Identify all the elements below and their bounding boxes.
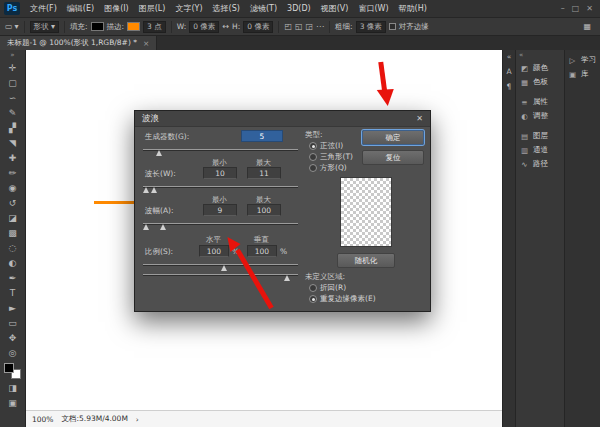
generators-field[interactable]: 5 (241, 130, 283, 142)
foreground-color-swatch[interactable] (4, 363, 14, 373)
document-tabbar: 未标题-1 @ 100%(形状 1,RGB/8#) * × (0, 36, 600, 50)
maximize-icon[interactable]: □ (572, 4, 580, 13)
path-alignment-icon[interactable]: ◱ (295, 22, 303, 31)
radio-wrap-around[interactable]: 折回(R) (309, 283, 346, 293)
healing-brush-tool[interactable]: ✚ (2, 150, 24, 165)
dock-collapse-icon[interactable]: « (516, 51, 564, 61)
link-dimensions-icon[interactable]: ↔ (222, 22, 229, 31)
menu-layer[interactable]: 图层(L) (134, 3, 171, 14)
toolbox-expand-icon[interactable]: » (10, 51, 14, 60)
divider (24, 21, 25, 33)
radio-triangle[interactable]: 三角形(T) (309, 152, 353, 162)
dock-panel-learn[interactable]: ▷ 学习 (565, 53, 600, 67)
quick-mask-button[interactable]: ◨ (2, 380, 24, 395)
marquee-tool[interactable]: ▢ (2, 75, 24, 90)
clone-stamp-tool[interactable]: ◉ (2, 180, 24, 195)
randomize-button[interactable]: 随机化 (337, 253, 395, 268)
menu-filter[interactable]: 滤镜(T) (245, 3, 282, 14)
screen-mode-button[interactable]: ▣ (2, 395, 24, 410)
generators-slider[interactable] (143, 148, 298, 157)
pen-tool[interactable]: ✒ (2, 270, 24, 285)
menu-view[interactable]: 视图(V) (316, 3, 354, 14)
blur-tool[interactable]: ◌ (2, 240, 24, 255)
dock-panel-layers[interactable]: ▤ 图层 (516, 129, 564, 143)
wavelength-max-field[interactable]: 11 (247, 167, 281, 179)
tool-mode-select[interactable]: 形状 ▾ (30, 21, 59, 33)
dock-panel-properties[interactable]: ≡ 属性 (516, 95, 564, 109)
scale-horizontal-slider[interactable] (143, 263, 298, 272)
height-field[interactable]: 0 像素 (243, 21, 273, 33)
dock-panel-channels[interactable]: ▥ 通道 (516, 143, 564, 157)
character-panel-icon[interactable]: A (506, 67, 511, 76)
dialog-close-icon[interactable]: ✕ (416, 114, 423, 123)
scale-vertical-slider[interactable] (143, 273, 298, 282)
canvas[interactable]: 波浪 ✕ 生成器数(G): 5 最小 最大 波长(W): 10 11 (26, 50, 502, 410)
dodge-tool[interactable]: ◐ (2, 255, 24, 270)
menu-help[interactable]: 帮助(H) (394, 3, 432, 14)
document-tab[interactable]: 未标题-1 @ 100%(形状 1,RGB/8#) * × (0, 36, 157, 50)
dock-panel-swatches[interactable]: ▦ 色板 (516, 75, 564, 89)
dock-panel-libraries[interactable]: ▣ 库 (565, 67, 600, 81)
reset-button[interactable]: 复位 (362, 150, 424, 165)
menu-window[interactable]: 窗口(W) (353, 3, 393, 14)
path-arrangement-icon[interactable]: ◲ (306, 22, 314, 31)
eraser-tool[interactable]: ◪ (2, 210, 24, 225)
tab-close-icon[interactable]: × (143, 39, 149, 48)
amplitude-min-field[interactable]: 9 (203, 204, 237, 216)
divider (64, 21, 65, 33)
brush-tool[interactable]: ✏ (2, 165, 24, 180)
fill-swatch[interactable] (91, 22, 104, 31)
quick-selection-tool[interactable]: ✎ (2, 105, 24, 120)
align-edges-checkbox[interactable] (389, 23, 396, 30)
rectangle-tool[interactable]: ▭ (2, 315, 24, 330)
amplitude-slider[interactable] (143, 222, 298, 231)
scale-horizontal-field[interactable]: 100 (199, 245, 229, 257)
lasso-tool[interactable]: ∽ (2, 90, 24, 105)
dock-panel-color[interactable]: ◩ 颜色 (516, 61, 564, 75)
width-field[interactable]: 0 像素 (189, 21, 219, 33)
crop-tool[interactable]: ▞ (2, 120, 24, 135)
thickness-field[interactable]: 3 像素 (356, 21, 386, 33)
move-tool[interactable]: ✛ (2, 60, 24, 75)
hand-tool[interactable]: ✥ (2, 330, 24, 345)
ok-button[interactable]: 确定 (362, 130, 424, 145)
type-tool[interactable]: T (2, 285, 24, 300)
zoom-level[interactable]: 100% (32, 415, 53, 424)
stroke-swatch[interactable] (127, 22, 140, 31)
menu-image[interactable]: 图像(I) (99, 3, 134, 14)
wavelength-min-field[interactable]: 10 (203, 167, 237, 179)
close-window-icon[interactable]: ✕ (586, 4, 593, 13)
libraries-panel-icon: ▣ (567, 70, 578, 79)
zoom-tool[interactable]: ◎ (2, 345, 24, 360)
dialog-titlebar[interactable]: 波浪 ✕ (135, 111, 430, 127)
eyedropper-tool[interactable]: ◥ (2, 135, 24, 150)
more-options-icon[interactable]: ⋯ (316, 22, 324, 31)
annotation-arrow-down (377, 62, 394, 106)
scale-vertical-field[interactable]: 100 (247, 245, 277, 257)
amplitude-max-field[interactable]: 100 (247, 204, 281, 216)
dock-panel-adjustments[interactable]: ◐ 调整 (516, 109, 564, 123)
radio-sine[interactable]: 正弦(I) (309, 141, 343, 151)
tool-preset-picker[interactable]: ▭ ▾ (5, 22, 19, 31)
paragraph-panel-icon[interactable]: ¶ (507, 82, 512, 91)
dock-collapse-icon[interactable]: « (507, 52, 512, 61)
dock-panel-paths[interactable]: ∿ 路径 (516, 157, 564, 171)
menu-type[interactable]: 文字(Y) (170, 3, 207, 14)
radio-repeat-edge-pixels[interactable]: 重复边缘像素(E) (309, 294, 376, 304)
menu-edit[interactable]: 编辑(E) (62, 3, 99, 14)
menu-3d[interactable]: 3D(D) (282, 4, 316, 13)
gradient-tool[interactable]: ▩ (2, 225, 24, 240)
path-selection-tool[interactable]: ► (2, 300, 24, 315)
percent-sign: % (232, 247, 239, 256)
statusbar: 100% 文档:5.93M/4.00M › (26, 410, 502, 427)
minimize-icon[interactable]: – (561, 4, 565, 13)
workspace-switcher-icon[interactable]: ▦ (583, 22, 591, 31)
stroke-width-field[interactable]: 3 点 (143, 21, 166, 33)
wavelength-slider[interactable] (143, 185, 298, 194)
menu-select[interactable]: 选择(S) (208, 3, 245, 14)
history-brush-tool[interactable]: ↺ (2, 195, 24, 210)
status-expander-icon[interactable]: › (136, 415, 139, 424)
radio-square[interactable]: 方形(Q) (309, 163, 347, 173)
path-operations-icon[interactable]: ◰ (284, 22, 292, 31)
menu-file[interactable]: 文件(F) (25, 3, 62, 14)
